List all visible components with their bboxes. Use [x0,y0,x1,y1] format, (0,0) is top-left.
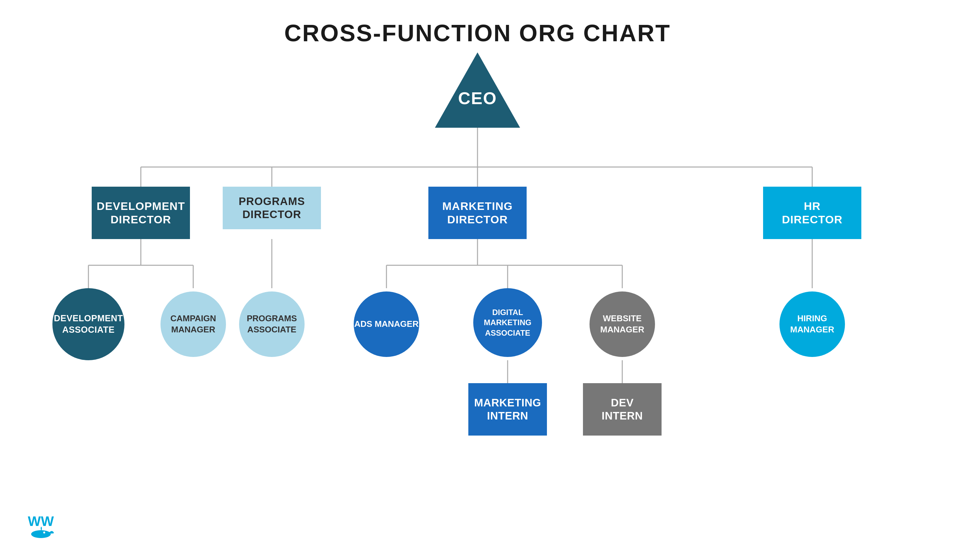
associate-campaign-label: CAMPAIGNMANAGER [170,313,216,335]
director-development-label: DEVELOPMENTDIRECTOR [97,199,185,226]
director-hr-label: HRDIRECTOR [782,199,843,226]
associate-hiring-label: HIRINGMANAGER [790,313,834,335]
associate-programs: PROGRAMSASSOCIATE [239,291,305,357]
director-development: DEVELOPMENTDIRECTOR [92,187,190,239]
associate-digital-marketing: DIGITALMARKETINGASSOCIATE [473,288,542,357]
associate-hiring: HIRINGMANAGER [780,291,845,357]
intern-marketing: MARKETINGINTERN [468,383,547,436]
director-marketing: MARKETINGDIRECTOR [428,187,527,239]
svg-point-23 [43,532,45,533]
intern-dev: DEVINTERN [583,383,662,436]
director-programs: PROGRAMSDIRECTOR [223,187,321,229]
page-title: CROSS-FUNCTION ORG CHART [0,0,955,47]
intern-marketing-label: MARKETINGINTERN [474,396,541,422]
associate-programs-label: PROGRAMSASSOCIATE [247,313,297,335]
svg-text:WW: WW [28,513,54,529]
director-hr: HRDIRECTOR [763,187,861,239]
intern-dev-label: DEVINTERN [602,396,643,422]
associate-ads-label: ADS MANAGER [354,319,418,330]
associate-ads: ADS MANAGER [354,291,419,357]
associate-website-label: WEBSITEMANAGER [600,313,644,335]
associate-digital-marketing-label: DIGITALMARKETINGASSOCIATE [484,307,531,338]
director-marketing-label: MARKETINGDIRECTOR [443,199,513,226]
associate-website: WEBSITEMANAGER [590,291,655,357]
ceo-label: CEO [458,88,497,108]
associate-development-label: DEVELOPMENTASSOCIATE [54,313,123,336]
associate-development: DEVELOPMENTASSOCIATE [52,288,124,360]
svg-point-22 [33,532,39,537]
logo: WW [26,513,66,540]
ceo-node: CEO [435,52,520,128]
director-programs-label: PROGRAMSDIRECTOR [239,195,305,221]
associate-campaign: CAMPAIGNMANAGER [160,291,226,357]
